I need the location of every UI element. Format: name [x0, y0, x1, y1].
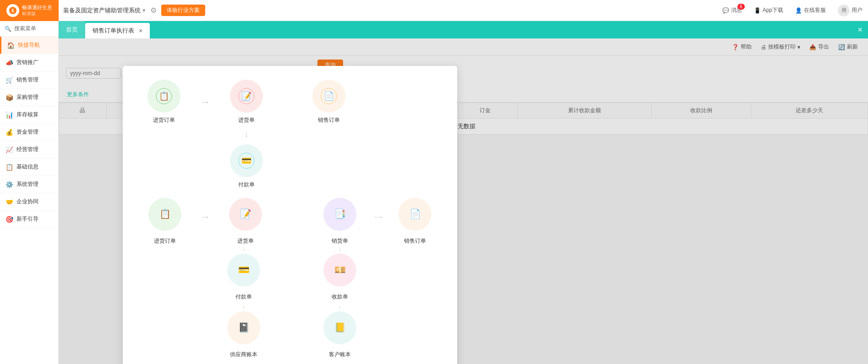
- home-icon: 🏠: [7, 42, 14, 49]
- basic-info-icon: 📋: [5, 163, 13, 171]
- tab-home[interactable]: 首页: [59, 21, 85, 38]
- system-title-dropdown[interactable]: 装备及固定资产辅助管理系统 ▾: [63, 6, 146, 15]
- flow-node-sales-order: 📄 销售订单: [312, 80, 345, 124]
- search-menu-btn[interactable]: 🔍 搜索菜单: [0, 21, 58, 37]
- purchase-order-circle[interactable]: 📋: [147, 80, 180, 113]
- flow-diagram: 📋 进货订单 → 📝: [136, 198, 443, 359]
- svg-text:📋: 📋: [159, 208, 170, 219]
- arrow-right-1: →: [198, 211, 212, 223]
- user-btn[interactable]: 用 用户: [838, 5, 863, 16]
- message-badge: 6: [737, 4, 745, 10]
- sidebar-item-guide[interactable]: 🎯 新手引导: [0, 211, 58, 228]
- svg-text:💴: 💴: [334, 264, 345, 275]
- svg-text:📄: 📄: [324, 91, 334, 101]
- supplier-account-icon[interactable]: 📓: [227, 311, 260, 344]
- dropdown-icon: ▾: [142, 7, 146, 14]
- flow-node-purchase-order: 📋 进货订单: [147, 80, 180, 124]
- tab-order-exec[interactable]: 销售订单执行表 ×: [85, 23, 150, 38]
- svg-text:📒: 📒: [334, 322, 345, 333]
- payment-bill-icon-2[interactable]: 💳: [227, 254, 260, 287]
- customer-account-icon[interactable]: 📒: [323, 311, 356, 344]
- fn-sales-bill: 📑 销货单: [317, 198, 363, 245]
- receipt-bill-icon[interactable]: 💴: [323, 254, 356, 287]
- finance-icon: 💰: [5, 129, 13, 136]
- arrow-down-3: ↓: [221, 303, 267, 310]
- arrow-purchase-bill-down: ↓: [245, 126, 249, 142]
- service-icon: 👤: [795, 7, 802, 14]
- dashed-arrow-left: ←- - -: [373, 213, 382, 221]
- svg-text:💳: 💳: [238, 264, 250, 275]
- fn-purchase-bill: 📝 进货单: [223, 198, 268, 245]
- tab-close-icon[interactable]: ×: [139, 27, 142, 34]
- sidebar-item-marketing[interactable]: 📣 营销推广: [0, 54, 58, 71]
- fn-sales-order: 📄 销售订单: [392, 198, 438, 245]
- system-title: 装备及固定资产辅助管理系统: [63, 6, 141, 15]
- svg-text:6: 6: [11, 8, 14, 13]
- sidebar-item-system[interactable]: ⚙️ 系统管理: [0, 176, 58, 193]
- sidebar-item-operations[interactable]: 📈 经营管理: [0, 141, 58, 158]
- sidebar-item-sales[interactable]: 🛒 销售管理: [0, 71, 58, 89]
- tab-bar: 首页 销售订单执行表 × ×: [59, 21, 868, 38]
- download-icon: 📱: [754, 7, 761, 14]
- sidebar-item-enterprise[interactable]: 🤝 企业协同: [0, 193, 58, 211]
- online-service-btn[interactable]: 👤 在线客服: [795, 6, 826, 14]
- app-logo-text: 畅康通好生意 标准版: [22, 4, 52, 16]
- arrow-down-1: ↓: [221, 245, 267, 252]
- fn-payment-bill: 💳 付款单: [221, 254, 267, 301]
- flow-node-payment-bill: 💳 付款单: [230, 144, 263, 189]
- fn-supplier-account: 📓 供应商账本: [221, 311, 267, 359]
- app-download-btn[interactable]: 📱 App下载: [754, 6, 783, 14]
- fn-customer-account: 📒 客户账本: [317, 311, 363, 359]
- sidebar-item-inventory[interactable]: 📊 库存核算: [0, 106, 58, 124]
- sidebar-item-purchase[interactable]: 📦 采购管理: [0, 89, 58, 106]
- sidebar-item-finance[interactable]: 💰 资金管理: [0, 124, 58, 141]
- inventory-icon: 📊: [5, 111, 13, 119]
- operations-icon: 📈: [5, 146, 13, 153]
- fn-receipt-bill: 💴 收款单: [317, 254, 363, 301]
- purchase-icon: 📦: [5, 94, 13, 101]
- svg-text:📝: 📝: [240, 208, 251, 219]
- flow-node-purchase-bill: 📝 进货单: [230, 80, 263, 124]
- arrow-down-2: ↓: [317, 245, 363, 252]
- payment-bill-circle[interactable]: 💳: [230, 144, 263, 177]
- guide-icon: 🎯: [5, 216, 13, 223]
- tab-bar-close-btn[interactable]: ×: [857, 25, 863, 35]
- sales-order-icon[interactable]: 📄: [399, 198, 431, 231]
- enterprise-icon: 🤝: [5, 198, 13, 206]
- svg-text:📓: 📓: [238, 322, 250, 333]
- experience-btn[interactable]: 体验行业方案: [161, 5, 205, 16]
- search-icon: 🔍: [5, 26, 11, 32]
- settings-icon[interactable]: ⚙: [150, 6, 157, 15]
- sidebar-item-quick-nav[interactable]: 🏠 快捷导航: [0, 37, 58, 54]
- system-icon: ⚙️: [5, 181, 13, 188]
- fn-purchase-order: 📋 进货订单: [142, 198, 188, 245]
- sales-icon: 🛒: [5, 76, 13, 84]
- arrow-down-4: ↓: [317, 303, 363, 310]
- arrow-purchase-order-to-bill: →: [198, 96, 212, 108]
- sales-bill-icon[interactable]: 📑: [323, 198, 356, 231]
- page-content: ❓ 帮助 🖨 按模板打印 ▾ 📤 导出 🔄 刷新: [59, 38, 868, 364]
- sales-order-circle[interactable]: 📄: [312, 80, 345, 113]
- svg-text:📋: 📋: [159, 91, 169, 101]
- message-btn[interactable]: 💬 消息 6: [722, 6, 742, 14]
- app-logo-icon: 6: [6, 4, 19, 17]
- modal-overlay: 📋 进货订单 → 📝 进货单: [59, 38, 868, 364]
- svg-text:📝: 📝: [241, 91, 252, 101]
- message-icon: 💬: [722, 7, 729, 14]
- purchase-bill-circle[interactable]: 📝: [230, 80, 263, 113]
- purchase-order-icon[interactable]: 📋: [148, 198, 181, 231]
- svg-text:📑: 📑: [334, 208, 346, 219]
- flow-node-sales-order-group: 📄 销售订单: [312, 80, 345, 124]
- marketing-icon: 📣: [5, 59, 13, 66]
- svg-text:📄: 📄: [409, 208, 421, 219]
- purchase-bill-icon[interactable]: 📝: [229, 198, 262, 231]
- avatar: 用: [838, 5, 850, 16]
- modal-box: 📋 进货订单 → 📝 进货单: [123, 66, 457, 364]
- sidebar-item-basic-info[interactable]: 📋 基础信息: [0, 158, 58, 176]
- svg-text:💳: 💳: [241, 156, 252, 166]
